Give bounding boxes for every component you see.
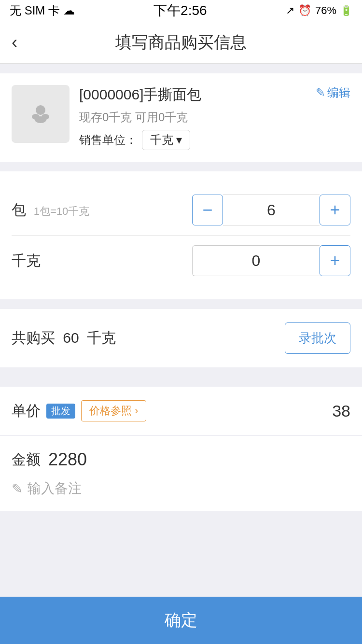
price-ref-button[interactable]: 价格参照 ›	[81, 400, 146, 421]
pack-minus-button[interactable]: −	[192, 195, 223, 225]
nav-bar: ‹ 填写商品购买信息	[0, 21, 362, 64]
battery-status: 76%	[315, 4, 336, 17]
product-name: [0000006]手撕面包	[79, 85, 201, 105]
unit-select[interactable]: 千克 ▾	[142, 130, 190, 150]
batch-button[interactable]: 录批次	[285, 322, 350, 354]
price-label: 单价	[12, 401, 41, 421]
total-amount: 60	[63, 330, 79, 346]
pack-label-group: 包 1包=10千克	[12, 200, 89, 220]
product-info: [0000006]手撕面包 ✎ 编辑 现存0千克 可用0千克 销售单位： 千克 …	[79, 85, 350, 150]
remark-placeholder: 输入备注	[28, 479, 82, 498]
kg-qty-input[interactable]	[192, 245, 320, 276]
kg-input-row: 千克 +	[12, 236, 350, 286]
price-section: 单价 批发 价格参照 › 38	[0, 387, 362, 435]
status-bar: 无 SIM 卡 ☁ 下午2:56 ↗ ⏰ 76% 🔋	[0, 0, 362, 21]
product-thumbnail	[12, 85, 70, 143]
product-stock: 现存0千克 可用0千克	[79, 110, 350, 125]
svg-point-0	[36, 105, 45, 115]
alarm-icon: ⏰	[298, 4, 311, 17]
remark-icon: ✎	[12, 481, 23, 497]
confirm-button[interactable]: 确定	[0, 597, 362, 644]
product-unit-row: 销售单位： 千克 ▾	[79, 130, 350, 150]
price-row: 单价 批发 价格参照 › 38	[12, 400, 350, 421]
section-divider-1	[0, 162, 362, 171]
total-text: 共购买 60 千克	[12, 328, 116, 348]
product-info-header: [0000006]手撕面包 ✎ 编辑	[79, 85, 350, 105]
page-title: 填写商品购买信息	[115, 31, 247, 54]
pack-input-section: 包 1包=10千克 − + 千克 +	[0, 171, 362, 299]
kg-label-group: 千克	[12, 251, 41, 271]
battery-icon: 🔋	[340, 5, 352, 16]
kg-plus-button[interactable]: +	[320, 245, 350, 276]
status-bar-time: 下午2:56	[153, 1, 207, 20]
sim-status: 无 SIM 卡 ☁	[10, 3, 75, 18]
status-bar-left: 无 SIM 卡 ☁	[10, 3, 75, 18]
back-button[interactable]: ‹	[12, 32, 17, 53]
kg-label: 千克	[12, 252, 41, 268]
amount-label: 金额	[12, 450, 41, 470]
pack-sublabel: 1包=10千克	[34, 205, 90, 217]
amount-value: 2280	[48, 449, 87, 470]
location-icon: ↗	[286, 4, 294, 17]
price-value: 38	[332, 402, 350, 420]
remark-row[interactable]: ✎ 输入备注	[12, 479, 350, 498]
pack-qty-control: − +	[192, 195, 350, 225]
total-section: 共购买 60 千克 录批次	[0, 309, 362, 367]
product-card: [0000006]手撕面包 ✎ 编辑 现存0千克 可用0千克 销售单位： 千克 …	[0, 73, 362, 162]
pack-label: 包	[12, 202, 26, 218]
unit-label: 销售单位：	[79, 132, 137, 148]
edit-button[interactable]: ✎ 编辑	[316, 85, 350, 100]
product-image-icon	[26, 99, 55, 128]
amount-row: 金额 2280	[12, 449, 350, 470]
edit-icon: ✎	[316, 86, 325, 99]
section-divider-2	[0, 299, 362, 309]
section-divider-3	[0, 367, 362, 377]
edit-label: 编辑	[327, 85, 350, 100]
dropdown-arrow-icon: ▾	[176, 133, 182, 147]
price-badge: 批发	[46, 404, 75, 419]
pack-input-row: 包 1包=10千克 − +	[12, 185, 350, 236]
pack-plus-button[interactable]: +	[320, 195, 350, 225]
total-unit: 千克	[87, 330, 116, 346]
amount-section: 金额 2280 ✎ 输入备注	[0, 436, 362, 511]
pack-qty-input[interactable]	[223, 195, 320, 225]
svg-point-3	[35, 116, 46, 123]
price-label-group: 单价 批发 价格参照 ›	[12, 400, 146, 421]
kg-qty-control: +	[192, 245, 350, 276]
total-prefix: 共购买	[12, 330, 55, 346]
status-bar-right: ↗ ⏰ 76% 🔋	[286, 4, 352, 17]
unit-value: 千克	[150, 132, 173, 148]
